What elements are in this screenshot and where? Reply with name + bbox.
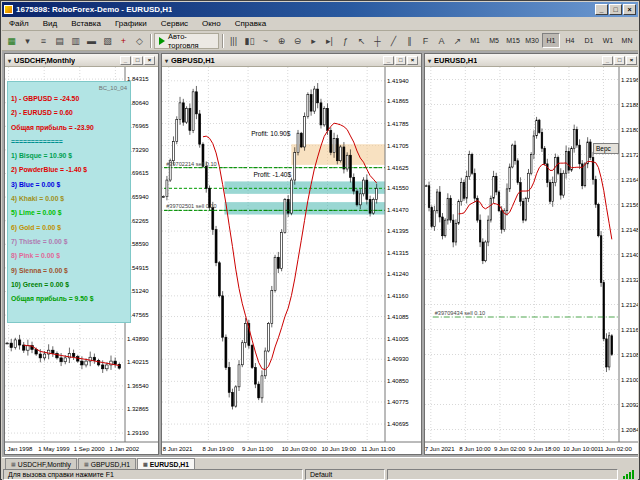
chart-window-titlebar[interactable]: ▾ EURUSD,H1 _ □ × xyxy=(425,54,638,67)
chart-tab-usdchf[interactable]: ▦USDCHF,Monthly xyxy=(5,458,77,469)
y-axis-label: 1.40775 xyxy=(387,399,409,405)
chart-window-titlebar[interactable]: ▾ GBPUSD,H1 _ □ × xyxy=(162,54,421,67)
x-axis-label: 1 Jan 1998 xyxy=(5,446,33,452)
crosshair-button[interactable]: ┼ xyxy=(370,33,385,49)
chart-shift-button[interactable]: ▸| xyxy=(322,33,337,49)
status-bar: Для вызова справки нажмите F1 Default xyxy=(2,469,638,480)
x-axis-label: 11 Jun 02:00 xyxy=(597,446,632,452)
candle xyxy=(565,151,567,173)
panel-button-vers[interactable]: Верс xyxy=(593,143,619,154)
candle xyxy=(10,343,12,347)
y-axis-label: 1.43890 xyxy=(127,336,149,342)
status-profile[interactable]: Default xyxy=(305,469,385,480)
chart-tab-eurusd[interactable]: ▦EURUSD,H1 xyxy=(137,458,195,469)
timeframe-h4-button[interactable]: H4 xyxy=(561,33,579,48)
indicators-button[interactable]: ƒ xyxy=(338,33,353,49)
child-restore-button[interactable]: □ xyxy=(132,56,143,65)
channel-button[interactable]: ∥ xyxy=(402,33,417,49)
timeframe-mn-button[interactable]: MN xyxy=(618,33,636,48)
child-restore-button[interactable]: □ xyxy=(614,56,625,65)
chart-area-eurusd[interactable]: 7 Jun 20218 Jun 10:009 Jun 02:009 Jun 18… xyxy=(425,67,638,454)
candle xyxy=(225,337,227,367)
connection-status-icon xyxy=(620,469,637,480)
menu-help[interactable]: Справка xyxy=(228,18,273,29)
chart-tab-gbpusd[interactable]: ▦GBPUSD,H1 xyxy=(78,458,136,469)
menu-view[interactable]: Вид xyxy=(36,18,64,29)
candle xyxy=(294,152,296,180)
market-watch-button[interactable]: ≡ xyxy=(36,33,51,49)
candles-chart-button[interactable]: ▮▯ xyxy=(242,33,257,49)
panel-line-5: 2) PowderBlue = -1.40 $ xyxy=(11,163,127,177)
timeframe-m1-button[interactable]: M1 xyxy=(466,33,484,48)
child-close-button[interactable]: × xyxy=(626,56,637,65)
line-chart-button[interactable]: ~ xyxy=(258,33,273,49)
y-axis-label: 1.40850 xyxy=(387,378,409,384)
chart-window-titlebar[interactable]: ▾ USDCHF,Monthly _ □ × xyxy=(5,54,158,67)
candle xyxy=(434,211,436,227)
chart-canvas-eurusd[interactable]: 7 Jun 20218 Jun 10:009 Jun 02:009 Jun 18… xyxy=(425,67,638,454)
timeframe-h1-button[interactable]: H1 xyxy=(542,33,560,48)
child-close-button[interactable]: × xyxy=(407,56,418,65)
timeframe-m30-button[interactable]: M30 xyxy=(523,33,541,48)
order-label: #39702501 sell 0.10 xyxy=(166,203,216,209)
menu-window[interactable]: Окно xyxy=(195,18,228,29)
autotrade-button[interactable]: Авто-торговля xyxy=(154,33,219,49)
strategy-tester-button[interactable]: ▧ xyxy=(100,33,115,49)
menu-service[interactable]: Сервис xyxy=(154,18,195,29)
candle xyxy=(452,220,454,242)
child-minimize-button[interactable]: _ xyxy=(120,56,131,65)
y-axis-label: 1.20920 xyxy=(621,402,638,408)
window-titlebar[interactable]: 1675898: RoboForex-Demo - EURUSD,H1 _ □ … xyxy=(2,2,638,17)
child-restore-button[interactable]: □ xyxy=(395,56,406,65)
candle xyxy=(493,176,495,198)
x-axis-label: 9 Jun 18:00 xyxy=(528,446,560,452)
x-axis-label: 1 May 1999 xyxy=(38,446,70,452)
child-minimize-button[interactable]: _ xyxy=(383,56,394,65)
candle xyxy=(245,323,247,342)
child-minimize-button[interactable]: _ xyxy=(602,56,613,65)
candle xyxy=(501,211,503,230)
menu-file[interactable]: Файл xyxy=(2,18,36,29)
fibonacci-button[interactable]: F xyxy=(418,33,433,49)
candle xyxy=(52,350,54,353)
navigator-button[interactable]: ▥ xyxy=(68,33,83,49)
metaeditor-button[interactable]: ◇ xyxy=(132,33,147,49)
zoom-out-button[interactable]: ⊖ xyxy=(290,33,305,49)
candle xyxy=(287,199,289,213)
chart-window-controls: _ □ × xyxy=(120,56,155,65)
timeframe-d1-button[interactable]: D1 xyxy=(580,33,598,48)
timeframe-w1-button[interactable]: W1 xyxy=(599,33,617,48)
auto-scroll-button[interactable]: ▸ xyxy=(306,33,321,49)
text-label-button[interactable]: A xyxy=(434,33,449,49)
candle xyxy=(512,145,514,167)
timeframe-m15-button[interactable]: M15 xyxy=(504,33,522,48)
new-order-button[interactable]: + xyxy=(116,33,131,49)
candle xyxy=(426,186,428,187)
candle xyxy=(506,189,508,211)
chart-canvas-gbpusd[interactable]: 8 Jun 20218 Jun 19:009 Jun 11:0010 Jun 0… xyxy=(162,67,421,454)
child-close-button[interactable]: × xyxy=(144,56,155,65)
x-axis-label: 8 Jun 19:00 xyxy=(202,446,234,452)
maximize-button[interactable]: □ xyxy=(609,4,622,15)
chart-area-gbpusd[interactable]: 8 Jun 20218 Jun 19:009 Jun 11:0010 Jun 0… xyxy=(162,67,421,454)
menu-insert[interactable]: Вставка xyxy=(64,18,108,29)
bars-chart-button[interactable]: ||| xyxy=(226,33,241,49)
arrows-button[interactable]: ↗ xyxy=(450,33,465,49)
timeframe-m5-button[interactable]: M5 xyxy=(485,33,503,48)
y-axis-label: 1.41240 xyxy=(387,271,409,277)
cursor-button[interactable]: ↖ xyxy=(354,33,369,49)
zoom-in-button[interactable]: ⊕ xyxy=(274,33,289,49)
new-chart-button[interactable]: ▦ xyxy=(4,33,19,49)
data-window-button[interactable]: ▤ xyxy=(52,33,67,49)
close-button[interactable]: × xyxy=(623,4,636,15)
candle xyxy=(552,183,554,202)
minimize-button[interactable]: _ xyxy=(595,4,608,15)
profiles-button[interactable]: ▾ xyxy=(20,33,35,49)
y-axis-label: 1.36540 xyxy=(127,383,149,389)
toolbar-separator xyxy=(222,34,223,48)
terminal-button[interactable]: ▬ xyxy=(84,33,99,49)
menu-charts[interactable]: Графики xyxy=(108,18,154,29)
candle xyxy=(442,217,444,236)
trendline-button[interactable]: ╱ xyxy=(386,33,401,49)
candle xyxy=(182,103,184,122)
